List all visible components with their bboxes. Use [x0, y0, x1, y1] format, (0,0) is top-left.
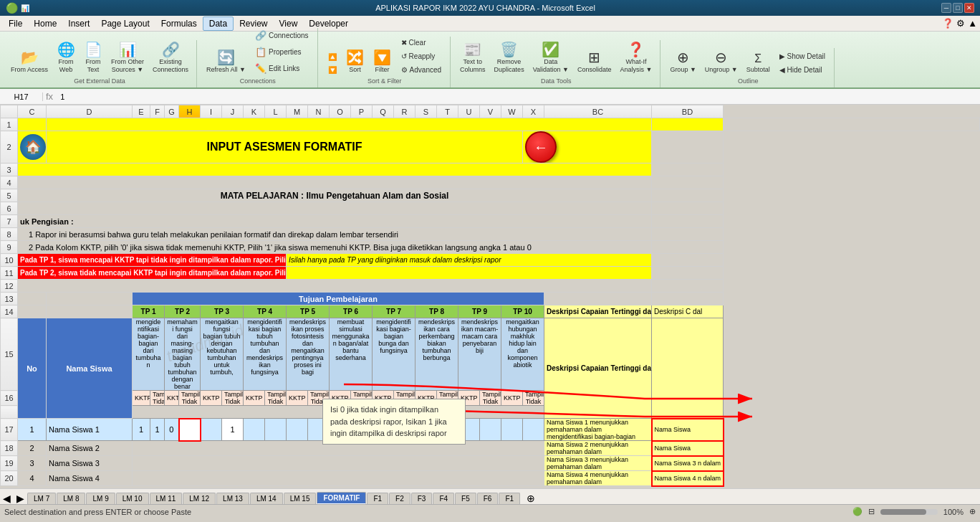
s3-name[interactable]: Nama Siswa 3 — [47, 456, 133, 471]
reapply-btn[interactable]: ↺ Reapply — [397, 50, 446, 62]
col-e[interactable]: E — [133, 105, 150, 118]
tab-f4[interactable]: F4 — [433, 493, 454, 504]
advanced-btn[interactable]: ⚙ Advanced — [397, 64, 446, 76]
tab-scroll-left[interactable]: ◀ — [0, 493, 14, 504]
col-g[interactable]: G — [165, 105, 179, 118]
formula-input[interactable]: 1 — [56, 92, 980, 101]
s4-name[interactable]: Nama Siswa 4 — [47, 471, 133, 486]
s4-desc2[interactable]: Nama Siswa 4 n dalam — [652, 471, 724, 486]
col-r[interactable]: R — [394, 105, 415, 118]
edit-links-btn[interactable]: ✏️Edit Links — [251, 61, 313, 76]
s1-c21[interactable] — [501, 419, 523, 441]
tab-f3[interactable]: F3 — [411, 493, 433, 504]
s1-desc2[interactable]: Nama Siswa — [652, 419, 724, 441]
col-t[interactable]: T — [437, 105, 458, 118]
zoom-slider[interactable] — [880, 509, 938, 515]
refresh-all-btn[interactable]: 🔄 Refresh All ▼ — [203, 48, 249, 76]
close-btn[interactable]: ✕ — [964, 3, 974, 13]
tab-f6[interactable]: F6 — [477, 493, 499, 504]
menu-insert[interactable]: Insert — [62, 17, 95, 30]
s3-desc[interactable]: Nama Siswa 3 menunjukkan pemahaman dalam — [544, 456, 652, 471]
col-n[interactable]: N — [308, 105, 330, 118]
minimize-ribbon-icon[interactable]: ▲ — [968, 18, 977, 29]
s1-kktp1[interactable]: 1 — [133, 419, 150, 441]
s1-name[interactable]: Nama Siswa 1 — [47, 419, 133, 441]
consolidate-btn[interactable]: ⊞ Consolidate — [574, 48, 615, 76]
menu-page-layout[interactable]: Page Layout — [95, 17, 155, 30]
tab-f5[interactable]: F5 — [455, 493, 476, 504]
s1-desc[interactable]: Nama Siswa 1 menunjukkan pemahaman dalam… — [544, 419, 652, 441]
s2-desc2[interactable]: Nama Siswa — [652, 441, 724, 456]
s4-no[interactable]: 4 — [18, 471, 47, 486]
from-access-btn[interactable]: 📂 From Access — [7, 48, 52, 76]
s4-desc[interactable]: Nama Siswa 4 menunjukkan pemahaman dalam — [544, 471, 652, 486]
col-w[interactable]: W — [501, 105, 523, 118]
cell-reference[interactable]: H17 — [0, 92, 43, 101]
col-c[interactable]: C — [18, 105, 47, 118]
tab-lm11[interactable]: LM 11 — [150, 493, 183, 504]
col-d[interactable]: D — [47, 105, 133, 118]
cell-d1[interactable] — [47, 118, 652, 131]
help-icon[interactable]: ❓ — [942, 18, 953, 29]
tab-lm15[interactable]: LM 15 — [284, 493, 317, 504]
s3-no[interactable]: 3 — [18, 456, 47, 471]
tab-lm9[interactable]: LM 9 — [86, 493, 115, 504]
tab-lm7[interactable]: LM 7 — [27, 493, 56, 504]
tab-lm10[interactable]: LM 10 — [116, 493, 149, 504]
s1-c20[interactable] — [480, 419, 501, 441]
sort-btn[interactable]: 🔀 Sort — [342, 48, 368, 76]
what-if-btn[interactable]: ❓ What-IfAnalysis ▼ — [616, 40, 655, 76]
s1-c22[interactable] — [523, 419, 544, 441]
tab-lm14[interactable]: LM 14 — [250, 493, 283, 504]
from-web-btn[interactable]: 🌐 FromWeb — [53, 40, 79, 76]
col-v[interactable]: V — [480, 105, 501, 118]
tab-f1[interactable]: F1 — [367, 493, 388, 504]
col-u[interactable]: U — [458, 105, 480, 118]
col-l[interactable]: L — [265, 105, 287, 118]
settings-icon[interactable]: ⚙ — [956, 18, 965, 29]
s2-no[interactable]: 2 — [18, 441, 47, 456]
menu-home[interactable]: Home — [28, 17, 62, 30]
col-o[interactable]: O — [330, 105, 351, 118]
s1-tampil2-selected[interactable] — [179, 419, 201, 441]
s1-kktp2[interactable]: 0 — [165, 419, 179, 441]
properties-btn[interactable]: 📋Properties — [251, 44, 313, 60]
s1-tampil3[interactable]: 1 — [222, 419, 244, 441]
minimize-btn[interactable]: ─ — [941, 3, 951, 13]
s2-desc[interactable]: Nama Siswa 2 menunjukkan pemahaman dalam — [544, 441, 652, 456]
cell-bc1[interactable] — [652, 118, 724, 131]
tab-scroll-right[interactable]: ▶ — [14, 493, 27, 504]
col-f[interactable]: F — [150, 105, 165, 118]
s1-c11[interactable] — [287, 419, 308, 441]
s1-no[interactable]: 1 — [18, 419, 47, 441]
sort-za-btn[interactable]: 🔽 — [324, 64, 341, 76]
col-bd[interactable]: BD — [652, 105, 724, 118]
back-button[interactable]: ← — [525, 131, 557, 163]
col-h[interactable]: H — [179, 105, 201, 118]
cell-c1[interactable] — [18, 118, 47, 131]
connections-btn[interactable]: 🔗Connections — [251, 28, 313, 43]
show-detail-btn[interactable]: ▶ Show Detail — [775, 50, 830, 62]
back-btn-cell[interactable]: ← — [523, 131, 652, 163]
hide-detail-btn[interactable]: ◀ Hide Detail — [775, 64, 830, 76]
s2-name[interactable]: Nama Siswa 2 — [47, 441, 133, 456]
col-k[interactable]: K — [244, 105, 265, 118]
sort-az-btn[interactable]: 🔼 — [324, 51, 341, 63]
from-text-btn[interactable]: 📄 FromText — [80, 40, 106, 76]
col-x[interactable]: X — [523, 105, 544, 118]
menu-formulas[interactable]: Formulas — [155, 17, 203, 30]
data-validation-btn[interactable]: ✅ DataValidation ▼ — [529, 40, 572, 76]
col-j[interactable]: J — [222, 105, 244, 118]
col-i[interactable]: I — [201, 105, 222, 118]
s1-tampil1[interactable]: 1 — [150, 419, 165, 441]
maximize-btn[interactable]: □ — [953, 3, 963, 13]
from-other-sources-btn[interactable]: 📊 From OtherSources ▼ — [107, 40, 148, 76]
col-p[interactable]: P — [351, 105, 373, 118]
clear-btn[interactable]: ✖ Clear — [397, 37, 446, 49]
filter-btn[interactable]: 🔽 Filter — [370, 48, 395, 76]
col-m[interactable]: M — [287, 105, 308, 118]
zoom-in-icon[interactable]: ⊕ — [969, 507, 976, 516]
tab-lm12[interactable]: LM 12 — [183, 493, 216, 504]
new-sheet-btn[interactable]: ⊕ — [524, 493, 538, 504]
tab-f1b[interactable]: F1 — [499, 493, 520, 504]
